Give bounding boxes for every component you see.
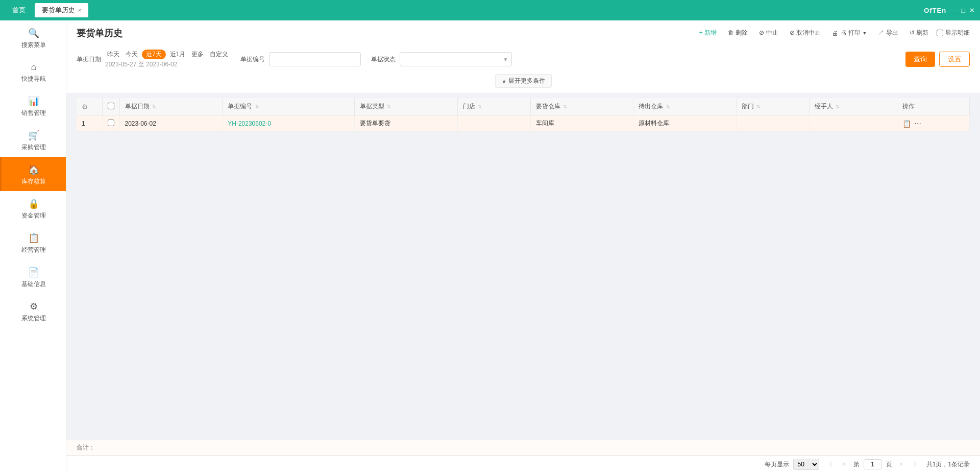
next-page-btn[interactable]: >: [896, 460, 906, 469]
doc-status-filter-group: 单据状态 ▼: [371, 52, 512, 66]
prev-page-btn[interactable]: <: [840, 460, 849, 469]
col-action-header: 操作: [897, 98, 969, 115]
add-button[interactable]: + 新增: [696, 27, 720, 39]
date-btn-7days[interactable]: 近7天: [142, 50, 166, 59]
cell-doc-number: YH-20230602-0: [223, 115, 355, 132]
expand-more-button[interactable]: ∨ 展开更多条件: [495, 74, 552, 88]
minimize-icon[interactable]: —: [950, 7, 957, 14]
first-page-btn[interactable]: 《: [823, 459, 836, 470]
page-title: 要货单历史: [77, 27, 122, 39]
action-icons: 📋 ⋯: [902, 120, 964, 128]
cancel-stop-button[interactable]: ⊘ 取消中止: [787, 27, 824, 39]
date-btn-today[interactable]: 今天: [124, 50, 140, 59]
cell-pending-warehouse: 原材料仓库: [633, 115, 737, 132]
sidebar-item-quick-nav[interactable]: ⌂ 快捷导航: [0, 55, 66, 88]
date-btn-1month[interactable]: 近1月: [168, 50, 188, 59]
sort-icon[interactable]: ⇅: [756, 104, 761, 109]
system-icon: ⚙: [30, 301, 38, 312]
export-button[interactable]: ↗ 导出: [875, 27, 901, 39]
sort-icon[interactable]: ⇅: [387, 104, 391, 109]
sort-icon[interactable]: ⇅: [478, 104, 482, 109]
table-container: ⚙ 单据日期 ⇅ 单据编号 ⇅: [66, 93, 980, 440]
sort-icon[interactable]: ⇅: [836, 104, 840, 109]
pagination-bar: 每页显示 50 10 20 100 《 < 第 页 > 》 共1页，1条记录: [66, 455, 980, 473]
stop-button[interactable]: ⊘ 中止: [756, 27, 781, 39]
last-page-btn[interactable]: 》: [910, 459, 922, 470]
display-detail-checkbox[interactable]: [937, 30, 943, 36]
per-page-select[interactable]: 50 10 20 100: [793, 459, 819, 470]
print-dropdown-icon[interactable]: ▼: [862, 31, 867, 36]
more-icon[interactable]: ⋯: [914, 120, 921, 128]
doc-number-input[interactable]: [269, 52, 361, 66]
tab-close-icon[interactable]: ×: [78, 7, 81, 13]
sidebar-item-purchase[interactable]: 🛒 采购管理: [0, 123, 66, 157]
search-button[interactable]: 查询: [905, 52, 935, 67]
sidebar-item-operations[interactable]: 📋 经营管理: [0, 225, 66, 259]
expand-more-container: ∨ 展开更多条件: [77, 72, 970, 88]
doc-number-link[interactable]: YH-20230602-0: [228, 120, 271, 127]
sidebar-item-basic-info[interactable]: 📄 基础信息: [0, 259, 66, 294]
print-button[interactable]: 🖨 🖨 打印 ▼: [829, 27, 870, 39]
sidebar-item-system[interactable]: ⚙ 系统管理: [0, 294, 66, 328]
basic-info-icon: 📄: [28, 267, 39, 278]
date-btn-more[interactable]: 更多: [189, 50, 206, 59]
col-doc-type-header: 单据类型 ⇅: [355, 98, 458, 115]
sidebar-item-sales[interactable]: 📊 销售管理: [0, 88, 66, 123]
cell-department: [736, 115, 809, 132]
col-settings-header: ⚙: [77, 98, 102, 115]
per-page-label: 每页显示: [765, 460, 789, 469]
sidebar-item-label: 销售管理: [21, 109, 46, 117]
sort-icon[interactable]: ⇅: [255, 104, 259, 109]
toolbar: + 新增 🗑 删除 ⊘ 中止 ⊘ 取消中止 🖨 🖨 打印 ▼ ↗ 导出 ↺ 刷新…: [696, 27, 970, 39]
table-footer: 合计：: [66, 440, 980, 455]
main-layout: 🔍 搜索菜单 ⌂ 快捷导航 📊 销售管理 🛒 采购管理 🏠 库存核算 🔒 资金管…: [0, 20, 980, 473]
tab-home[interactable]: 首页: [5, 3, 33, 17]
sort-icon[interactable]: ⇅: [666, 104, 670, 109]
table-settings-icon[interactable]: ⚙: [82, 103, 88, 111]
sidebar-item-label: 库存核算: [21, 177, 46, 186]
date-btn-custom[interactable]: 自定义: [208, 50, 230, 59]
doc-number-filter-group: 单据编号: [240, 52, 361, 66]
print-icon: 🖨: [832, 30, 838, 37]
page-title-row: 要货单历史 + 新增 🗑 删除 ⊘ 中止 ⊘ 取消中止 🖨 🖨 打印 ▼ ↗ 导…: [77, 27, 970, 39]
current-page-input[interactable]: [864, 459, 882, 469]
sort-icon[interactable]: ⇅: [563, 104, 567, 109]
chevron-down-icon: ∨: [502, 78, 506, 85]
sidebar-item-search[interactable]: 🔍 搜索菜单: [0, 20, 66, 55]
cell-req-warehouse: 车间库: [530, 115, 633, 132]
sidebar-item-label: 经营管理: [21, 246, 46, 254]
cell-num: 1: [77, 115, 102, 132]
brand-logo: OfTEn: [924, 7, 946, 14]
date-btn-yesterday[interactable]: 昨天: [105, 50, 121, 59]
sidebar-item-label: 采购管理: [21, 143, 46, 152]
doc-status-label: 单据状态: [371, 55, 396, 64]
col-doc-number-header: 单据编号 ⇅: [223, 98, 355, 115]
row-checkbox[interactable]: [108, 120, 114, 126]
sidebar-item-label: 基础信息: [21, 280, 46, 289]
col-pending-warehouse-header: 待出仓库 ⇅: [633, 98, 737, 115]
sidebar-item-inventory[interactable]: 🏠 库存核算: [0, 157, 66, 191]
col-store-header: 门店 ⇅: [457, 98, 530, 115]
sidebar-item-label: 快捷导航: [21, 75, 46, 83]
doc-status-select[interactable]: [400, 52, 512, 66]
close-icon[interactable]: ✕: [969, 7, 975, 14]
page-prefix-label: 第: [853, 460, 860, 469]
maximize-icon[interactable]: □: [961, 7, 965, 14]
filter-area: 单据日期 昨天 今天 近7天 近1月 更多 自定义 2023-05-27 至 2…: [66, 44, 980, 93]
doc-number-label: 单据编号: [240, 55, 265, 64]
finance-icon: 🔒: [28, 198, 39, 209]
sidebar-item-finance[interactable]: 🔒 资金管理: [0, 191, 66, 225]
select-all-checkbox[interactable]: [108, 103, 114, 109]
tab-requisition-history[interactable]: 要货单历史 ×: [35, 3, 88, 17]
cell-action: 📋 ⋯: [897, 115, 969, 132]
sort-icon[interactable]: ⇅: [152, 104, 156, 109]
edit-icon[interactable]: 📋: [902, 120, 911, 128]
refresh-button[interactable]: ↺ 刷新: [906, 27, 932, 39]
settings-button[interactable]: 设置: [939, 52, 970, 67]
col-req-warehouse-header: 要货仓库 ⇅: [530, 98, 633, 115]
cell-handler: [809, 115, 897, 132]
delete-button[interactable]: 🗑 删除: [725, 27, 751, 39]
doc-status-select-container: ▼: [400, 52, 512, 66]
inventory-icon: 🏠: [28, 164, 39, 175]
display-detail-toggle[interactable]: 显示明细: [937, 29, 970, 37]
